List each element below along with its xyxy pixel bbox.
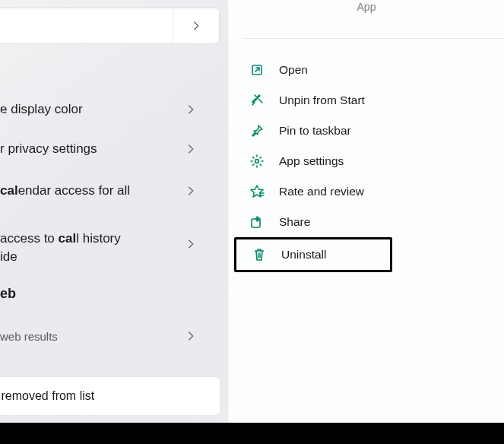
chevron-right-icon: [185, 144, 196, 154]
context-item-label: Unpin from Start: [279, 94, 365, 107]
expand-button[interactable]: [173, 8, 219, 43]
settings-row[interactable]: r privacy settings: [0, 129, 220, 169]
context-share-item[interactable]: Share: [236, 207, 504, 237]
start-search-results-panel: e display color r privacy settings calen…: [0, 0, 228, 423]
share-icon: [249, 214, 265, 230]
context-item-label: Rate and review: [279, 185, 364, 198]
context-item-label: Uninstall: [281, 248, 326, 262]
chevron-right-icon: [191, 21, 201, 31]
chevron-right-icon: [185, 239, 196, 249]
context-menu-list: OpenUnpin from StartPin to taskbarApp se…: [236, 55, 504, 272]
star-icon: [249, 183, 265, 200]
pin-icon: [249, 122, 265, 139]
context-item-label: App settings: [279, 154, 344, 168]
context-type-label: App: [229, 0, 504, 13]
settings-row[interactable]: calendar access for all: [0, 169, 220, 213]
settings-row[interactable]: access to call historyide: [0, 225, 220, 271]
settings-row-label: e display color: [0, 100, 175, 119]
unpin-icon: [249, 92, 265, 109]
context-item-label: Pin to taskbar: [279, 124, 351, 138]
context-menu-panel: App OpenUnpin from StartPin to taskbarAp…: [228, 0, 504, 423]
context-uninstall-item[interactable]: Uninstall: [234, 237, 392, 272]
context-pintaskbar-item[interactable]: Pin to taskbar: [236, 116, 504, 146]
taskbar[interactable]: [0, 423, 504, 444]
web-results-row[interactable]: web results: [0, 321, 220, 351]
top-result-tile[interactable]: [0, 8, 220, 44]
context-open-item[interactable]: Open: [236, 55, 504, 85]
web-results-label: web results: [0, 330, 58, 343]
trash-icon: [251, 246, 268, 263]
context-item-label: Share: [279, 215, 310, 229]
removed-notice-text: s' removed from list: [0, 389, 94, 403]
settings-row-label: r privacy settings: [0, 140, 175, 158]
settings-row[interactable]: e display color: [0, 90, 220, 129]
open-icon: [249, 62, 265, 78]
context-rate-item[interactable]: Rate and review: [236, 176, 504, 207]
chevron-right-icon: [185, 186, 196, 196]
context-appsettings-item[interactable]: App settings: [236, 146, 504, 176]
context-unpin-item[interactable]: Unpin from Start: [236, 85, 504, 116]
chevron-right-icon: [185, 331, 196, 341]
divider: [244, 38, 504, 39]
settings-row-label: calendar access for all: [0, 182, 175, 200]
settings-row-label: access to call historyide: [0, 230, 175, 266]
removed-notice: s' removed from list: [0, 377, 220, 415]
context-item-label: Open: [279, 63, 308, 77]
chevron-right-icon: [185, 104, 196, 115]
search-web-header: eb: [0, 286, 16, 302]
gear-icon: [249, 153, 265, 170]
